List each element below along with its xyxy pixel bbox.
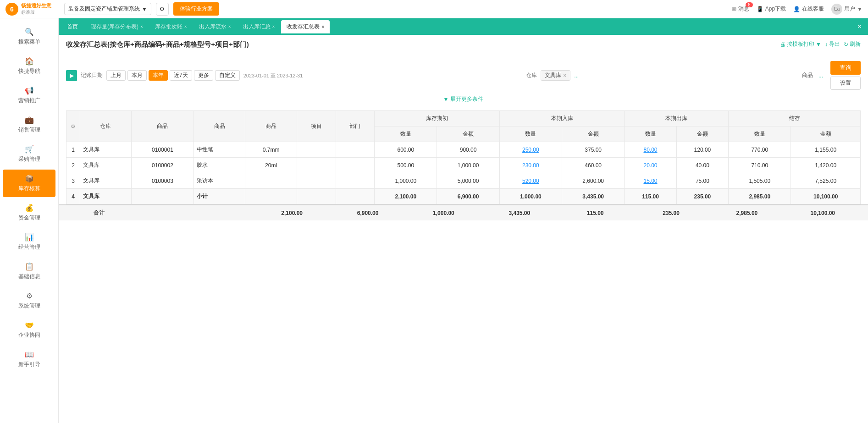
sidebar-item-new-guide[interactable]: 📖 新手引导 bbox=[3, 346, 55, 373]
tab-close-batch-ledger[interactable]: × bbox=[184, 24, 187, 29]
sidebar-item-enterprise[interactable]: 🤝 企业协同 bbox=[3, 316, 55, 344]
cell-warehouse-1: 文具库 bbox=[80, 158, 132, 173]
tab-in-out-flow[interactable]: 出入库流水 × bbox=[194, 20, 237, 33]
cell-closing-qty-3: 2,985.00 bbox=[729, 189, 791, 204]
online-service-item[interactable]: 👤 在线客服 bbox=[793, 5, 824, 13]
cell-in-qty-2[interactable]: 520.00 bbox=[499, 173, 562, 189]
date-btn-custom[interactable]: 自定义 bbox=[215, 70, 240, 81]
tab-close-recv-send-summary[interactable]: × bbox=[321, 24, 324, 29]
cell-out-amount-2: 75.00 bbox=[676, 173, 728, 189]
print-button[interactable]: 🖨 按模板打印 ▼ bbox=[780, 40, 821, 48]
th-out-group: 本期出库 bbox=[625, 111, 729, 126]
cell-no-0: 1 bbox=[66, 142, 80, 158]
tab-home[interactable]: 首页 bbox=[61, 20, 84, 33]
page-header-actions: 🖨 按模板打印 ▼ ↓ 导出 ↻ 刷新 bbox=[780, 40, 861, 48]
logo-text: 畅捷通好生意 标准版 bbox=[21, 2, 51, 16]
filter-section: ▶ 记账日期 上月 本月 本年 近7天 更多 自定义 2023-01-01 至 … bbox=[59, 56, 868, 110]
tab-close-in-out-summary[interactable]: × bbox=[272, 24, 275, 29]
column-settings-icon[interactable]: ⚙ bbox=[71, 123, 76, 130]
total-out-qty: 115.00 bbox=[558, 210, 633, 216]
cell-out-amount-3: 235.00 bbox=[676, 189, 728, 204]
th-in-amount: 金额 bbox=[562, 126, 625, 142]
cell-out-qty-2[interactable]: 15.00 bbox=[625, 173, 676, 189]
cell-closing-amount-0: 1,155.00 bbox=[791, 142, 861, 158]
tab-inventory-dist[interactable]: 现存量(库存分布表) × bbox=[85, 20, 149, 33]
cell-in-qty-1[interactable]: 230.00 bbox=[499, 158, 562, 173]
sidebar-item-marketing[interactable]: 📢 营销推广 bbox=[3, 82, 55, 109]
col-settings-header[interactable]: ⚙ bbox=[66, 111, 80, 142]
th-out-amount: 金额 bbox=[676, 126, 728, 142]
sidebar-item-system[interactable]: ⚙ 系统管理 bbox=[3, 287, 55, 314]
tab-bar-right: × bbox=[853, 22, 866, 31]
th-warehouse: 仓库 bbox=[80, 111, 132, 142]
date-btn-7days[interactable]: 近7天 bbox=[170, 70, 192, 81]
tab-batch-ledger[interactable]: 库存批次账 × bbox=[149, 20, 193, 33]
cell-code-2: 0100003 bbox=[131, 173, 194, 189]
th-goods-spec: 商品 bbox=[245, 111, 297, 142]
print-dropdown-icon: ▼ bbox=[816, 41, 821, 48]
filter-settings-button[interactable]: 设置 bbox=[830, 77, 861, 90]
table-row: 2 文具库 0100002 胶水 20ml 500.00 1,000.00 23… bbox=[66, 158, 861, 173]
tab-close-inventory-dist[interactable]: × bbox=[140, 24, 143, 29]
sales-icon: 💼 bbox=[25, 115, 34, 124]
th-closing-group: 结存 bbox=[729, 111, 861, 126]
filter-collapse-button[interactable]: ▶ bbox=[66, 70, 77, 81]
th-goods-code: 商品 bbox=[131, 111, 194, 142]
total-in-amount: 3,435.00 bbox=[481, 210, 557, 216]
date-range-display: 2023-01-01 至 2023-12-31 bbox=[243, 71, 303, 79]
sidebar-item-sales[interactable]: 💼 销售管理 bbox=[3, 111, 55, 138]
inventory-icon: 📦 bbox=[25, 174, 34, 183]
cell-out-qty-0[interactable]: 80.00 bbox=[625, 142, 676, 158]
system-selector-area: 装备及固定资产辅助管理系统 ▼ ⚙ 体验行业方案 bbox=[64, 2, 219, 16]
app-download-item[interactable]: 📱 App下载 bbox=[757, 5, 786, 13]
warehouse-more-btn[interactable]: ... bbox=[574, 72, 579, 79]
goods-more-btn[interactable]: ... bbox=[818, 72, 823, 79]
sidebar-item-search[interactable]: 🔍 搜索菜单 bbox=[3, 23, 55, 50]
message-icon-item[interactable]: ✉ 消息 6 bbox=[732, 5, 749, 13]
refresh-icon: ↻ bbox=[844, 41, 848, 48]
total-closing-amount: 10,100.00 bbox=[785, 210, 861, 216]
enterprise-icon: 🤝 bbox=[25, 321, 34, 330]
tab-in-out-summary[interactable]: 出入库汇总 × bbox=[238, 20, 281, 33]
operations-icon: 📊 bbox=[25, 233, 34, 242]
sidebar-item-quick-nav[interactable]: 🏠 快捷导航 bbox=[3, 52, 55, 80]
cell-out-qty-1[interactable]: 20.00 bbox=[625, 158, 676, 173]
cell-project-1 bbox=[297, 158, 336, 173]
cell-closing-qty-2: 1,505.00 bbox=[729, 173, 791, 189]
purchase-icon: 🛒 bbox=[25, 145, 34, 154]
date-btn-this-year[interactable]: 本年 bbox=[149, 70, 168, 81]
export-button[interactable]: ↓ 导出 bbox=[825, 40, 840, 48]
query-button[interactable]: 查询 bbox=[830, 61, 861, 75]
message-badge: 6 bbox=[746, 2, 753, 7]
cell-in-qty-0[interactable]: 250.00 bbox=[499, 142, 562, 158]
expand-more-btn[interactable]: ▼ 展开更多条件 bbox=[443, 93, 484, 106]
cell-dept-3 bbox=[336, 189, 374, 204]
user-item[interactable]: Ea 用户 ▼ bbox=[831, 4, 862, 15]
sidebar-item-operations[interactable]: 📊 经营管理 bbox=[3, 228, 55, 256]
th-out-qty: 数量 bbox=[625, 126, 676, 142]
warehouse-tag-close[interactable]: × bbox=[563, 72, 566, 79]
settings-gear-button[interactable]: ⚙ bbox=[156, 3, 169, 16]
date-btn-more[interactable]: 更多 bbox=[194, 70, 213, 81]
tab-close-all-button[interactable]: × bbox=[853, 22, 866, 31]
sidebar-item-purchase[interactable]: 🛒 采购管理 bbox=[3, 140, 55, 168]
cell-opening-qty-3: 2,100.00 bbox=[375, 189, 437, 204]
trial-button[interactable]: 体验行业方案 bbox=[173, 2, 219, 16]
sidebar: 🔍 搜索菜单 🏠 快捷导航 📢 营销推广 💼 销售管理 🛒 采购管理 📦 库存核… bbox=[0, 18, 59, 423]
goods-filter-label: 商品 bbox=[802, 71, 813, 79]
refresh-button[interactable]: ↻ 刷新 bbox=[844, 40, 861, 48]
top-bar-right: ✉ 消息 6 📱 App下载 👤 在线客服 Ea 用户 ▼ bbox=[732, 4, 862, 15]
sidebar-item-finance[interactable]: 💰 资金管理 bbox=[3, 199, 55, 226]
sidebar-item-base-info[interactable]: 📋 基础信息 bbox=[3, 258, 55, 285]
date-btn-last-month[interactable]: 上月 bbox=[106, 70, 126, 81]
page-title: 收发存汇总表(按仓库+商品编码+商品+规格型号+项目+部门) bbox=[66, 40, 249, 49]
top-bar: 6 畅捷通好生意 标准版 装备及固定资产辅助管理系统 ▼ ⚙ 体验行业方案 ✉ … bbox=[0, 0, 868, 18]
system-selector[interactable]: 装备及固定资产辅助管理系统 ▼ bbox=[64, 3, 151, 15]
date-btn-this-month[interactable]: 本月 bbox=[127, 70, 147, 81]
tab-close-in-out-flow[interactable]: × bbox=[228, 24, 231, 29]
th-department: 部门 bbox=[336, 111, 374, 142]
tab-recv-send-summary[interactable]: 收发存汇总表 × bbox=[281, 20, 330, 33]
total-label: 合计 bbox=[66, 209, 171, 217]
cell-spec-2 bbox=[245, 173, 297, 189]
sidebar-item-inventory[interactable]: 📦 库存核算 bbox=[3, 170, 55, 197]
